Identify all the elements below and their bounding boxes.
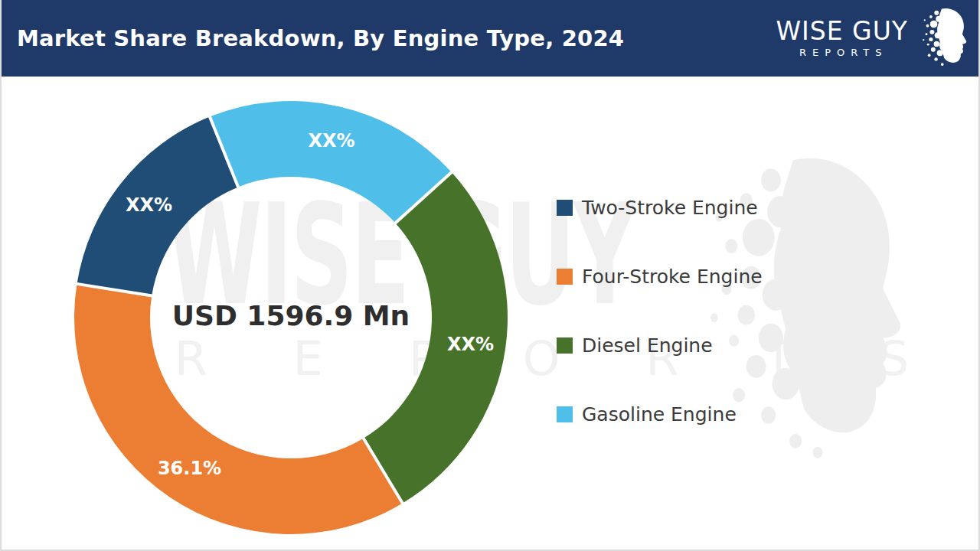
header-bar: Market Share Breakdown, By Engine Type, … [0,0,980,77]
legend-item-two-stroke-engine: Two-Stroke Engine [557,173,763,242]
slice-label-two-stroke-engine: XX% [126,194,172,216]
page-title: Market Share Breakdown, By Engine Type, … [0,25,624,51]
legend-item-gasoline-engine: Gasoline Engine [557,380,763,448]
donut-slice-gasoline-engine [210,101,452,223]
chart-legend: Two-Stroke EngineFour-Stroke EngineDiese… [557,173,763,448]
slice-separator [75,284,153,296]
legend-swatch-icon [557,269,573,285]
chart-center-value: USD 1596.9 Mn [172,300,410,331]
brand-logo-text: WISE GUY REPORTS [776,18,908,58]
watermark-layer: WISE GUY R E P O R T S [0,0,980,551]
slice-label-four-stroke-engine: 36.1% [158,458,221,479]
brand-head-icon [911,7,968,70]
slice-separator [209,116,239,188]
brand-wordmark: WISE GUY [776,18,908,44]
donut-slice-diesel-engine [364,172,508,504]
donut-slice-two-stroke-engine [77,117,238,296]
legend-label: Diesel Engine [582,334,713,357]
page-border [0,0,980,551]
report-chart-page: WISE GUY R E P O R T S XX%XX%36.1%XX% US… [0,0,980,551]
slice-separator [394,171,452,224]
donut-chart: XX%XX%36.1%XX% [0,0,980,551]
slice-label-diesel-engine: XX% [447,334,494,355]
legend-item-diesel-engine: Diesel Engine [557,311,763,380]
slice-separator [363,437,403,504]
legend-swatch-icon [557,200,573,216]
legend-swatch-icon [557,406,573,422]
legend-swatch-icon [557,337,573,354]
legend-label: Four-Stroke Engine [582,266,763,288]
brand-logo: WISE GUY REPORTS [776,0,968,77]
legend-label: Gasoline Engine [582,403,737,425]
brand-reports-label: REPORTS [776,47,908,58]
legend-label: Two-Stroke Engine [582,197,758,219]
slice-label-gasoline-engine: XX% [308,130,354,152]
legend-item-four-stroke-engine: Four-Stroke Engine [557,242,763,311]
